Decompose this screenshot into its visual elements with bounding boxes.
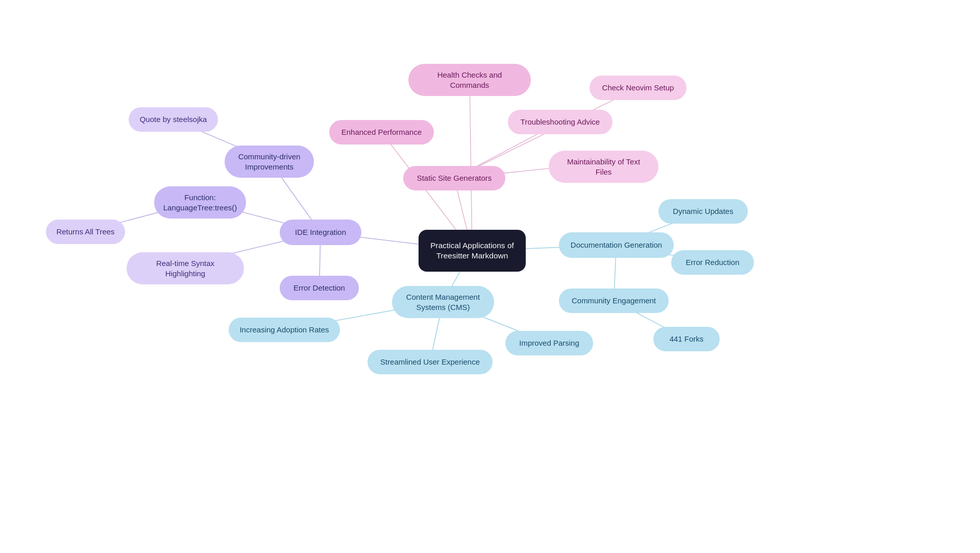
node-enhanced_performance[interactable]: Enhanced Performance [329,120,434,145]
node-troubleshooting[interactable]: Troubleshooting Advice [508,110,612,134]
node-ide_integration[interactable]: IDE Integration [280,220,361,245]
node-static_site[interactable]: Static Site Generators [403,166,505,190]
node-error_detection[interactable]: Error Detection [280,276,359,300]
node-function_lang[interactable]: Function:LanguageTree:trees() [154,186,246,219]
node-community_engagement[interactable]: Community Engagement [559,288,669,313]
node-quote_steelsojka[interactable]: Quote by steelsojka [129,107,218,132]
node-community_driven[interactable]: Community-drivenImprovements [225,146,314,178]
node-maintainability[interactable]: Maintainability of Text Files [549,151,658,183]
node-center[interactable]: Practical Applications ofTreesitter Mark… [419,230,526,272]
node-improved_parsing[interactable]: Improved Parsing [505,331,593,355]
node-check_neovim[interactable]: Check Neovim Setup [590,76,687,100]
node-returns_all_trees[interactable]: Returns All Trees [46,220,125,244]
node-documentation_gen[interactable]: Documentation Generation [559,232,674,258]
node-realtime_syntax[interactable]: Real-time Syntax Highlighting [127,252,244,284]
node-cms[interactable]: Content ManagementSystems (CMS) [392,286,494,318]
node-dynamic_updates[interactable]: Dynamic Updates [658,199,748,224]
svg-line-1 [470,76,472,251]
node-streamlined_ux[interactable]: Streamlined User Experience [368,350,493,374]
mindmap-container: Practical Applications ofTreesitter Mark… [0,0,980,553]
node-increasing_adoption[interactable]: Increasing Adoption Rates [229,318,340,342]
node-health_checks[interactable]: Health Checks and Commands [408,64,531,96]
node-forks_441[interactable]: 441 Forks [653,327,720,351]
node-error_reduction[interactable]: Error Reduction [671,250,754,275]
